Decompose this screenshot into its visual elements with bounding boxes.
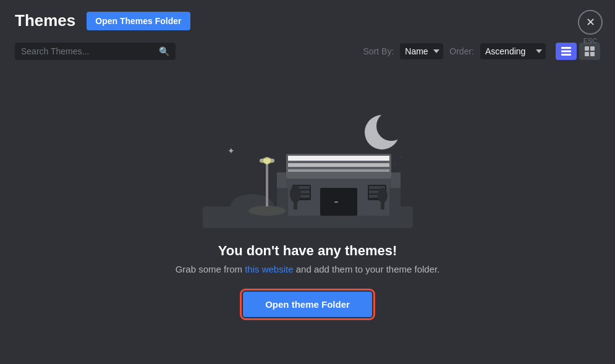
header: Themes Open Themes Folder [0, 0, 615, 38]
page-title: Themes [15, 11, 75, 30]
svg-rect-39 [266, 160, 268, 206]
svg-point-36 [290, 185, 301, 203]
svg-rect-4 [590, 46, 595, 51]
subtitle-pre: Grab some from [176, 264, 245, 274]
search-icon: 🔍 [159, 46, 169, 56]
svg-rect-34 [389, 188, 401, 216]
sort-by-select[interactable]: Name Date Size [400, 43, 443, 59]
svg-rect-1 [561, 51, 571, 53]
night-scene-svg: ✦ ✦ · · [190, 92, 425, 228]
sort-by-label: Sort By: [363, 46, 394, 56]
this-website-link[interactable]: this website [245, 264, 293, 274]
main-content: ✦ ✦ · · [0, 80, 615, 329]
svg-rect-23 [320, 188, 357, 216]
grid-view-icon [585, 46, 595, 56]
grid-view-button[interactable] [579, 43, 600, 60]
svg-rect-21 [288, 169, 389, 172]
order-label: Order: [449, 46, 474, 56]
svg-text:·: · [394, 162, 396, 167]
subtitle-post: and add them to your theme folder. [294, 264, 440, 274]
svg-rect-20 [288, 163, 389, 167]
svg-rect-0 [561, 47, 571, 49]
list-view-button[interactable] [556, 43, 577, 60]
open-themes-folder-button[interactable]: Open Themes Folder [87, 12, 190, 30]
open-theme-folder-button[interactable]: Open theme Folder [243, 292, 372, 317]
toolbar: 🔍 Sort By: Name Date Size Order: Ascendi… [0, 38, 615, 67]
search-input[interactable] [21, 46, 154, 56]
list-view-icon [561, 47, 571, 56]
sort-controls: Sort By: Name Date Size Order: Ascending… [363, 43, 546, 59]
order-select[interactable]: Ascending Descending [480, 43, 546, 59]
svg-point-42 [263, 157, 271, 164]
svg-point-38 [378, 188, 388, 203]
svg-text:✦: ✦ [227, 146, 235, 156]
no-themes-subtitle: Grab some from this website and add them… [176, 264, 440, 274]
esc-label: ESC [583, 37, 598, 44]
svg-rect-24 [334, 201, 338, 203]
esc-button[interactable]: ✕ ESC [578, 10, 603, 44]
svg-text:·: · [401, 154, 402, 160]
svg-rect-6 [590, 52, 595, 56]
svg-point-43 [248, 206, 286, 216]
svg-rect-2 [561, 54, 571, 56]
svg-rect-3 [585, 46, 589, 51]
no-themes-title: You don't have any themes! [218, 243, 397, 259]
view-buttons [556, 43, 600, 60]
svg-rect-5 [585, 52, 589, 56]
search-container: 🔍 [15, 43, 176, 60]
svg-rect-19 [288, 156, 389, 161]
illustration: ✦ ✦ · · [190, 92, 425, 228]
esc-circle-icon: ✕ [578, 10, 603, 35]
svg-point-13 [376, 111, 406, 141]
